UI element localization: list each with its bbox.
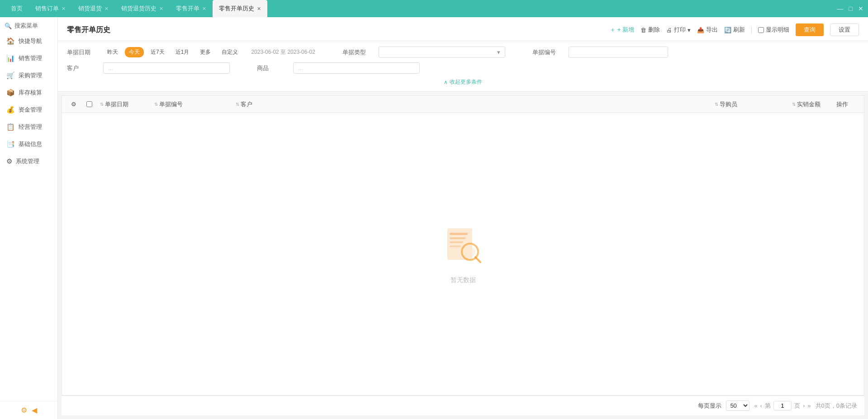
- date-custom[interactable]: 自定义: [218, 47, 242, 57]
- sidebar-item-sales-mgmt[interactable]: 📊 销售管理: [0, 50, 57, 67]
- page-input[interactable]: [773, 401, 792, 410]
- refresh-button[interactable]: 🔄 刷新: [724, 26, 745, 34]
- next-page-button[interactable]: ›: [803, 402, 805, 409]
- sidebar-item-purchase-mgmt[interactable]: 🛒 采购管理: [0, 67, 57, 84]
- th-order[interactable]: ⇅ 单据编号: [151, 100, 232, 108]
- svg-rect-2: [450, 237, 465, 239]
- th-salesperson-label: 导购员: [720, 100, 737, 108]
- first-page-button[interactable]: «: [754, 402, 757, 409]
- table-settings-icon[interactable]: ⚙: [71, 101, 76, 108]
- display-detail-button[interactable]: 显示明细: [758, 26, 789, 34]
- sort-order-icon: ⇅: [154, 102, 158, 107]
- th-order-label: 单据编号: [159, 100, 183, 108]
- collapse-label: 收起更多条件: [450, 78, 482, 86]
- tab-home[interactable]: 首页: [5, 0, 29, 17]
- page-nav: « ‹ 第 页 › »: [754, 401, 811, 410]
- sidebar-item-inventory[interactable]: 📦 库存核算: [0, 84, 57, 101]
- page-title: 零售开单历史: [67, 25, 110, 35]
- sidebar-search[interactable]: 🔍 搜索菜单: [0, 17, 57, 33]
- prev-page-button[interactable]: ‹: [760, 402, 762, 409]
- per-page-select[interactable]: 50 10 20 100: [726, 400, 749, 411]
- tab-sales-return[interactable]: 销货退货 ✕: [72, 0, 115, 17]
- delete-icon: 🗑: [640, 27, 646, 33]
- th-salesperson[interactable]: ⇅ 导购员: [711, 100, 770, 108]
- content-area: 零售开单历史 ＋ + 新增 🗑 删除 🖨 打印 ▾ 📤 导出: [58, 17, 868, 419]
- filter-row-2: 客户 ... 商品 ...: [67, 62, 859, 74]
- sidebar-item-inventory-label: 库存核算: [19, 89, 42, 97]
- th-customer-label: 客户: [241, 100, 252, 108]
- table-header: ⚙ ⇅ 单据日期 ⇅ 单据编号 ⇅ 客户 ⇅: [62, 96, 864, 113]
- date-more[interactable]: 更多: [196, 47, 215, 57]
- sidebar-settings-icon[interactable]: ⚙: [21, 406, 27, 414]
- add-label: + 新增: [617, 26, 634, 34]
- finance-icon: 💰: [6, 106, 15, 114]
- date-last-month[interactable]: 近1月: [171, 47, 194, 57]
- toolbar: ＋ + 新增 🗑 删除 🖨 打印 ▾ 📤 导出 🔄: [610, 24, 859, 36]
- sidebar-item-purchase-mgmt-label: 采购管理: [19, 71, 42, 80]
- sidebar-item-sales-mgmt-label: 销售管理: [19, 54, 42, 62]
- display-detail-checkbox[interactable]: [758, 27, 764, 33]
- export-icon: 📤: [697, 27, 704, 33]
- last-page-button[interactable]: »: [807, 402, 811, 409]
- th-amount[interactable]: ⇅ 实销金额: [770, 100, 824, 108]
- minimize-button[interactable]: —: [837, 5, 844, 12]
- th-date[interactable]: ⇅ 单据日期: [96, 100, 151, 108]
- order-no-input[interactable]: [569, 47, 668, 58]
- tab-retail-open-history[interactable]: 零售开单历史 ✕: [213, 0, 267, 17]
- date-last7[interactable]: 近7天: [147, 47, 169, 57]
- sidebar-item-finance[interactable]: 💰 资金管理: [0, 101, 57, 118]
- delete-button[interactable]: 🗑 删除: [640, 26, 660, 34]
- th-customer[interactable]: ⇅ 客户: [232, 100, 711, 108]
- collapse-icon: ∧: [444, 79, 448, 85]
- tab-sales-order[interactable]: 销售订单 ✕: [29, 0, 72, 17]
- sidebar-collapse-icon[interactable]: ◀: [32, 406, 37, 414]
- settings-button[interactable]: 设置: [830, 24, 859, 36]
- svg-rect-3: [450, 241, 463, 243]
- sidebar-item-quick-nav[interactable]: 🏠 快捷导航: [0, 33, 57, 50]
- empty-illustration: [441, 224, 486, 269]
- maximize-button[interactable]: □: [849, 5, 853, 12]
- th-settings[interactable]: ⚙: [66, 101, 82, 108]
- empty-text: 暂无数据: [451, 276, 476, 284]
- product-placeholder: ...: [298, 65, 303, 71]
- tab-sales-return-close[interactable]: ✕: [104, 6, 109, 12]
- select-all-checkbox[interactable]: [86, 101, 92, 107]
- date-yesterday[interactable]: 昨天: [103, 47, 122, 57]
- basic-info-icon: 📑: [6, 140, 15, 148]
- empty-state: 暂无数据: [62, 113, 864, 395]
- sidebar-item-operations[interactable]: 📋 经营管理: [0, 118, 57, 136]
- tab-sales-order-close[interactable]: ✕: [62, 6, 66, 12]
- print-label: 打印: [674, 26, 686, 34]
- th-checkbox[interactable]: [82, 101, 96, 107]
- collapse-filter-button[interactable]: ∧ 收起更多条件: [67, 78, 859, 86]
- tab-sales-return-history[interactable]: 销货退货历史 ✕: [115, 0, 170, 17]
- tab-retail-open-history-close[interactable]: ✕: [257, 6, 261, 12]
- customer-placeholder: ...: [108, 65, 113, 71]
- order-type-select[interactable]: ▾: [379, 47, 505, 58]
- close-button[interactable]: ✕: [858, 5, 863, 12]
- print-button[interactable]: 🖨 打印 ▾: [666, 26, 691, 34]
- product-input[interactable]: ...: [293, 62, 420, 74]
- date-today[interactable]: 今天: [125, 47, 144, 57]
- sidebar-item-sys-mgmt[interactable]: ⚙ 系统管理: [0, 153, 57, 170]
- print-icon: 🖨: [666, 27, 672, 33]
- sidebar-item-operations-label: 经营管理: [19, 123, 42, 131]
- sidebar-item-basic-info-label: 基础信息: [19, 140, 42, 148]
- query-button[interactable]: 查询: [796, 24, 824, 36]
- customer-input[interactable]: ...: [103, 62, 230, 74]
- tab-retail-open[interactable]: 零售开单 ✕: [170, 0, 213, 17]
- refresh-icon: 🔄: [724, 27, 731, 33]
- date-filter-label: 单据日期: [67, 48, 94, 56]
- sidebar-item-basic-info[interactable]: 📑 基础信息: [0, 136, 57, 153]
- sidebar-item-finance-label: 资金管理: [19, 106, 42, 114]
- tab-sales-return-history-close[interactable]: ✕: [159, 6, 163, 12]
- th-date-label: 单据日期: [105, 100, 128, 108]
- tab-home-label: 首页: [11, 5, 23, 13]
- purchase-icon: 🛒: [6, 71, 15, 80]
- add-button[interactable]: ＋ + 新增: [610, 26, 634, 34]
- tab-retail-open-close[interactable]: ✕: [202, 6, 206, 12]
- page-label: 第: [765, 402, 771, 410]
- export-button[interactable]: 📤 导出: [697, 26, 718, 34]
- order-type-arrow-icon: ▾: [497, 49, 500, 56]
- tab-retail-open-history-label: 零售开单历史: [219, 5, 254, 13]
